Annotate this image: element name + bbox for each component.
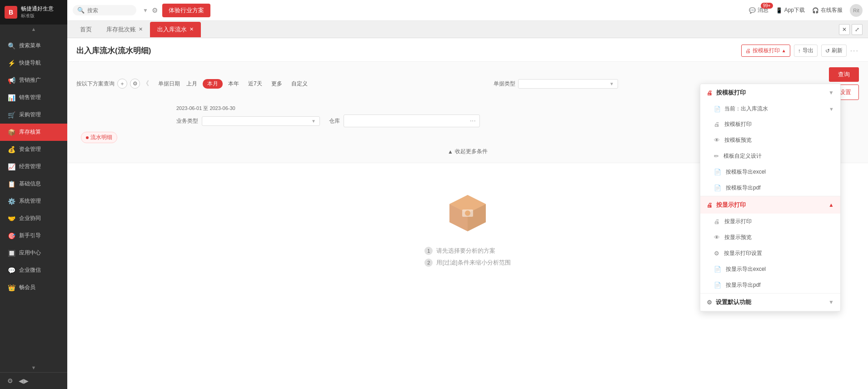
default-section-arrow: ▼ <box>828 299 834 305</box>
current-template-label: 当前：出入库流水 <box>724 105 768 113</box>
tabbar-controls: ✕ ⤢ <box>839 24 863 35</box>
purchase-icon: 🛒 <box>7 111 15 119</box>
dropdown-item-template-design[interactable]: ✏ 模板自定义设计 <box>700 148 840 164</box>
sidebar-item-basic[interactable]: 📋 基础信息 <box>0 175 67 193</box>
sidebar-item-operation-label: 经营管理 <box>19 163 41 170</box>
dropdown-default-header[interactable]: ⚙ 设置默认功能 ▼ <box>700 294 840 311</box>
display-excel-label: 按显示导出excel <box>726 265 766 273</box>
empty-step-2: 2 用[过滤]条件来缩小分析范围 <box>424 257 510 269</box>
date-preset-this-year[interactable]: 本年 <box>224 79 243 89</box>
sidebar-item-guide[interactable]: 🎯 新手引导 <box>0 227 67 244</box>
messages-badge: 99+ <box>761 3 773 9</box>
flow-tag-label: 流水明细 <box>90 134 112 141</box>
topbar-settings-icon[interactable]: ⚙ <box>152 6 158 15</box>
tab-close-button[interactable]: ✕ <box>839 24 850 35</box>
apps-icon: 🔲 <box>7 249 15 257</box>
guide-icon: 🎯 <box>7 232 15 240</box>
sidebar-item-sales[interactable]: 📊 销售管理 <box>0 89 67 106</box>
dropdown-item-template-excel[interactable]: 📄 按模板导出excel <box>700 164 840 180</box>
collapse-button[interactable]: ▲ 收起更多条件 <box>442 146 493 157</box>
type-filter-select[interactable]: ▼ <box>518 79 618 89</box>
sidebar-item-finance-label: 资金管理 <box>19 145 41 153</box>
dropdown-item-display-print[interactable]: 🖨 按显示打印 <box>700 214 840 229</box>
user-menu[interactable]: Rit <box>850 4 863 17</box>
topbar-search-input[interactable] <box>87 7 128 14</box>
topbar-right: 💬 消息 99+ 📱 App下载 🎧 在线客服 Rit <box>749 4 863 17</box>
date-preset-last-month[interactable]: 上月 <box>183 79 201 89</box>
filter-settings-button[interactable]: ⚙ <box>130 79 140 89</box>
date-preset-more[interactable]: 更多 <box>268 79 286 89</box>
filter-query-section: 按以下方案查询 ＋ ⚙ 《 <box>76 79 149 89</box>
sidebar-item-inventory[interactable]: 📦 库存核算 <box>0 124 67 141</box>
refresh-icon: ↺ <box>825 48 830 54</box>
export-button[interactable]: ↑ 导出 <box>794 45 818 57</box>
page-header-actions: 🖨 按模板打印 ▲ ↑ 导出 ↺ 刷新 ··· <box>741 45 859 57</box>
dropdown-item-display-pdf[interactable]: 📄 按显示导出pdf <box>700 277 840 293</box>
dropdown-default-title: 设置默认功能 <box>716 298 751 306</box>
dropdown-item-display-preview[interactable]: 👁 按显示预览 <box>700 229 840 245</box>
topbar-search-box[interactable]: 🔍 <box>73 5 136 15</box>
date-preset-this-month[interactable]: 本月 <box>203 79 223 89</box>
tab-stock-flow-close[interactable]: ✕ <box>190 26 194 32</box>
system-icon: ⚙️ <box>7 197 15 205</box>
date-preset-last-7-days[interactable]: 近7天 <box>244 79 266 89</box>
topbar-dropdown-arrow[interactable]: ▼ <box>143 7 148 14</box>
header-more-dots[interactable]: ··· <box>850 47 859 55</box>
sidebar-item-wechat[interactable]: 💬 企业微信 <box>0 262 67 279</box>
date-preset-custom[interactable]: 自定义 <box>288 79 311 89</box>
tab-inventory-batch-close[interactable]: ✕ <box>139 26 143 32</box>
warehouse-filter-label: 仓库 <box>329 117 340 125</box>
sidebar-item-search[interactable]: 🔍 搜索菜单 <box>0 37 67 55</box>
settings-icon[interactable]: ⚙ <box>7 377 13 384</box>
sidebar-item-inventory-label: 库存核算 <box>19 128 41 136</box>
user-avatar: Rit <box>850 4 863 17</box>
operation-icon: 📈 <box>7 163 15 171</box>
sidebar-item-system[interactable]: ⚙️ 系统管理 <box>0 193 67 210</box>
filter-add-button[interactable]: ＋ <box>117 79 127 89</box>
app-download-button[interactable]: 📱 App下载 <box>776 6 805 14</box>
tab-home[interactable]: 首页 <box>73 22 99 37</box>
sidebar-item-marketing-label: 营销推广 <box>19 76 41 84</box>
sidebar-footer: ⚙ ◀▶ <box>0 372 67 389</box>
tab-maximize-button[interactable]: ⤢ <box>852 24 863 35</box>
tab-stock-flow[interactable]: 出入库流水 ✕ <box>150 22 201 37</box>
dropdown-item-template-pdf[interactable]: 📄 按模板导出pdf <box>700 180 840 196</box>
sidebar-item-finance[interactable]: 💰 资金管理 <box>0 141 67 158</box>
refresh-button[interactable]: ↺ 刷新 <box>821 45 847 57</box>
dropdown-template-header[interactable]: 🖨 按模板打印 ▼ <box>700 84 840 101</box>
flow-tag-dot <box>86 136 89 139</box>
tab-inventory-batch[interactable]: 库存批次账 ✕ <box>99 22 150 37</box>
sidebar-scroll-up[interactable]: ▲ <box>0 25 67 34</box>
warehouse-more-icon[interactable]: ··· <box>470 117 476 125</box>
empty-step-1: 1 请先选择要分析的方案 <box>424 245 510 257</box>
sidebar-item-apps-label: 应用中心 <box>19 249 41 257</box>
template-preview-icon: 👁 <box>714 137 720 144</box>
warehouse-filter-select[interactable]: ··· <box>344 115 480 127</box>
step-1-text: 请先选择要分析的方案 <box>436 245 495 257</box>
main-content: 🔍 ▼ ⚙ 体验行业方案 💬 消息 99+ 📱 App下载 🎧 在线客服 <box>67 0 868 389</box>
business-filter-select[interactable]: ▼ <box>202 116 320 126</box>
dropdown-display-header[interactable]: 🖨 按显示打印 ▲ <box>700 196 840 214</box>
sidebar-scroll-down[interactable]: ▼ <box>0 363 67 372</box>
dropdown-item-template-preview[interactable]: 👁 按模板预览 <box>700 132 840 148</box>
messages-button[interactable]: 💬 消息 99+ <box>749 6 768 14</box>
dropdown-current-template[interactable]: 📄 当前：出入库流水 ▼ <box>700 101 840 116</box>
display-pdf-icon: 📄 <box>714 282 721 289</box>
sidebar-item-enterprise[interactable]: 🤝 企业协同 <box>0 210 67 227</box>
sidebar-item-marketing[interactable]: 📢 营销推广 <box>0 72 67 89</box>
print-template-button[interactable]: 🖨 按模板打印 ▲ <box>741 45 790 57</box>
filter-collapse-icon[interactable]: 《 <box>143 80 149 88</box>
sidebar-item-member[interactable]: 👑 畅会员 <box>0 279 67 296</box>
dropdown-item-template-print[interactable]: 🖨 按模板打印 <box>700 116 840 132</box>
query-button[interactable]: 查询 <box>829 67 859 82</box>
collapse-sidebar-icon[interactable]: ◀▶ <box>19 377 29 384</box>
dropdown-item-display-settings[interactable]: ⚙ 按显示打印设置 <box>700 245 840 261</box>
online-service-button[interactable]: 🎧 在线客服 <box>812 6 843 14</box>
sidebar-item-quick-nav[interactable]: ⚡ 快捷导航 <box>0 55 67 72</box>
display-pdf-label: 按显示导出pdf <box>726 281 761 289</box>
sidebar-item-apps[interactable]: 🔲 应用中心 <box>0 244 67 262</box>
dropdown-item-display-excel[interactable]: 📄 按显示导出excel <box>700 261 840 277</box>
sidebar-item-operation[interactable]: 📈 经营管理 <box>0 158 67 175</box>
industry-solution-button[interactable]: 体验行业方案 <box>162 4 210 17</box>
sidebar-item-purchase[interactable]: 🛒 采购管理 <box>0 106 67 124</box>
